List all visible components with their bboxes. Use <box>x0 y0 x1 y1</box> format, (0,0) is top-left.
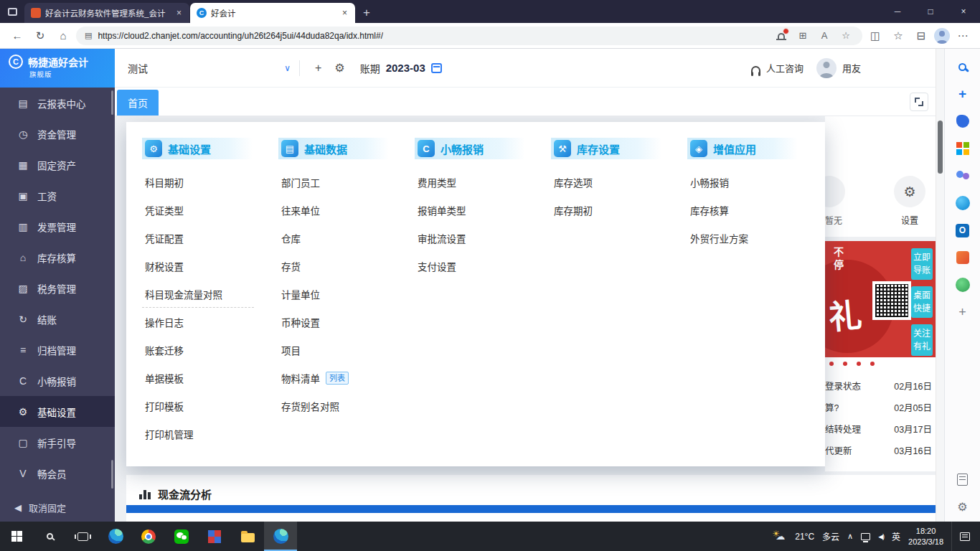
add-tool-icon[interactable]: + <box>955 304 971 320</box>
support-link[interactable]: 人工咨询 <box>766 61 804 75</box>
menu-item[interactable]: 外贸行业方案 <box>687 224 809 252</box>
menu-item[interactable]: 凭证配置 <box>142 224 264 252</box>
page-scrollbar[interactable] <box>936 49 944 522</box>
input-language[interactable]: 英 <box>892 530 900 542</box>
weather-temp[interactable]: 21°C <box>795 532 814 542</box>
menu-item[interactable]: 物料清单 列表 <box>278 364 400 392</box>
sidebar-page-icon[interactable] <box>955 471 971 487</box>
menu-item[interactable]: 仓库 <box>278 224 400 252</box>
settings-shortcut-button[interactable]: ⚙ <box>894 176 925 207</box>
menu-item[interactable]: 单据模板 <box>142 364 264 392</box>
menu-item[interactable]: 凭证类型 <box>142 196 264 224</box>
menu-item[interactable]: 项目 <box>278 336 400 364</box>
account-set-select[interactable]: 测试 ∨ <box>128 61 291 75</box>
network-icon[interactable] <box>861 533 870 540</box>
sidebar-settings-icon[interactable]: ⚙ <box>955 499 971 514</box>
sidebar-item[interactable]: ▣ 工资 <box>0 180 115 211</box>
volume-icon[interactable]: ◀) <box>878 533 884 540</box>
menu-item[interactable]: 存货别名对照 <box>278 392 400 420</box>
sidebar-scrollbar-thumb[interactable] <box>111 90 113 115</box>
news-item[interactable]: 算? 02月05日 <box>825 396 932 418</box>
add-account-set-icon[interactable]: + <box>315 62 321 75</box>
tab-home[interactable]: 首页 <box>117 90 159 116</box>
home-icon[interactable]: ⌂ <box>53 26 73 46</box>
period-picker[interactable]: 账期 2023-03 <box>360 61 442 75</box>
notifications-blocked-icon[interactable] <box>773 30 789 41</box>
sidebar-item[interactable]: ▤ 云报表中心 <box>0 88 115 118</box>
refresh-icon[interactable]: ↻ <box>30 26 50 46</box>
apps-grid-icon[interactable]: ⊞ <box>795 30 811 41</box>
tab2-close-icon[interactable]: × <box>341 8 349 18</box>
profile-avatar[interactable] <box>934 28 950 44</box>
read-aloud-icon[interactable]: A <box>816 30 832 41</box>
action-center-icon[interactable] <box>951 522 977 551</box>
carousel-dot[interactable] <box>870 362 875 366</box>
menu-item[interactable]: 部门员工 <box>278 168 400 196</box>
collections-icon[interactable]: ⊟ <box>911 26 931 46</box>
menu-item[interactable]: 往来单位 <box>278 196 400 224</box>
menu-item[interactable]: 存货 <box>278 252 400 280</box>
menu-item[interactable]: 支付设置 <box>415 252 537 280</box>
m365-icon[interactable] <box>955 250 971 265</box>
sidebar-item[interactable]: ⚙ 基础设置 <box>0 396 115 427</box>
menu-item[interactable]: 科目期初 <box>142 168 264 196</box>
browser-tab-1[interactable]: 好会计云财务软件管理系统_会计 × <box>24 3 189 23</box>
menu-item[interactable]: 费用类型 <box>415 168 537 196</box>
taskbar-search-icon[interactable] <box>33 522 66 551</box>
minimize-button[interactable]: ─ <box>881 0 914 23</box>
sidebar-item[interactable]: ▢ 新手引导 <box>0 427 115 458</box>
tray-expand-icon[interactable]: ∧ <box>847 532 853 541</box>
menu-item[interactable]: 账套迁移 <box>142 336 264 364</box>
menu-item[interactable]: 审批流设置 <box>415 224 537 252</box>
promo-banner[interactable]: 不停 礼 立即导账 桌面快捷 关注有礼 <box>825 241 936 357</box>
carousel-dot[interactable] <box>857 362 861 366</box>
fullscreen-icon[interactable] <box>910 93 928 111</box>
carousel-dot[interactable] <box>843 362 847 366</box>
weather-icon[interactable]: ☀☁ <box>773 531 787 542</box>
office-grid-icon[interactable] <box>955 141 971 156</box>
page-scrollbar-thumb[interactable] <box>938 121 943 174</box>
news-item[interactable]: 代更新 03月16日 <box>825 439 932 461</box>
menu-item[interactable]: 计量单位 <box>278 280 400 308</box>
menu-item[interactable]: 库存选项 <box>551 168 673 196</box>
user-avatar[interactable] <box>816 58 837 78</box>
outlook-icon[interactable] <box>955 222 971 238</box>
chrome-taskbar-icon[interactable] <box>132 522 165 551</box>
menu-item[interactable]: 操作日志 <box>142 308 264 336</box>
site-info-icon[interactable]: ▤ <box>85 31 92 40</box>
menu-item[interactable]: 打印机管理 <box>142 420 264 448</box>
menu-item[interactable]: 报销单类型 <box>415 196 537 224</box>
banner-button[interactable]: 关注有礼 <box>911 324 933 356</box>
browser-tab-2[interactable]: 好会计 × <box>190 3 355 23</box>
wechat-taskbar-icon[interactable] <box>165 522 198 551</box>
close-button[interactable]: × <box>947 0 980 23</box>
start-button[interactable] <box>0 522 33 551</box>
tab1-close-icon[interactable]: × <box>175 8 183 18</box>
file-explorer-icon[interactable] <box>231 522 264 551</box>
sidebar-item[interactable]: ▦ 固定资产 <box>0 149 115 180</box>
sidebar-item[interactable]: ▨ 税务管理 <box>0 273 115 303</box>
sidebar-item[interactable]: ◷ 资金管理 <box>0 118 115 149</box>
add-favorite-icon[interactable]: ☆ <box>838 30 854 41</box>
menu-item[interactable]: 科目现金流量对照 <box>142 280 264 308</box>
sidebar-item[interactable]: ↻ 结账 <box>0 303 115 334</box>
menu-item[interactable]: 库存核算 <box>687 196 809 224</box>
menu-item[interactable]: 小畅报销 <box>687 168 809 196</box>
sidebar-item[interactable]: C 小畅报销 <box>0 365 115 396</box>
new-tab-button[interactable]: + <box>356 3 377 23</box>
tree-icon[interactable] <box>955 277 971 293</box>
unpin-sidebar-button[interactable]: ◀ 取消固定 <box>0 493 115 522</box>
news-item[interactable]: 结转处理 03月17日 <box>825 418 932 439</box>
browser-menu-icon[interactable]: ⋯ <box>953 26 973 46</box>
carousel-dot[interactable] <box>829 362 834 366</box>
tab-actions-icon[interactable] <box>0 0 24 23</box>
user-name[interactable]: 用友 <box>842 61 861 75</box>
maximize-button[interactable]: □ <box>914 0 947 23</box>
clock[interactable]: 18:20 2023/3/18 <box>908 526 943 547</box>
edge-active-taskbar-icon[interactable] <box>264 522 297 551</box>
menu-item[interactable]: 库存期初 <box>551 196 673 224</box>
accounting-app-icon[interactable] <box>198 522 231 551</box>
back-icon[interactable]: ← <box>7 26 27 46</box>
favorites-icon[interactable]: ☆ <box>888 26 908 46</box>
people-icon[interactable] <box>955 168 971 184</box>
